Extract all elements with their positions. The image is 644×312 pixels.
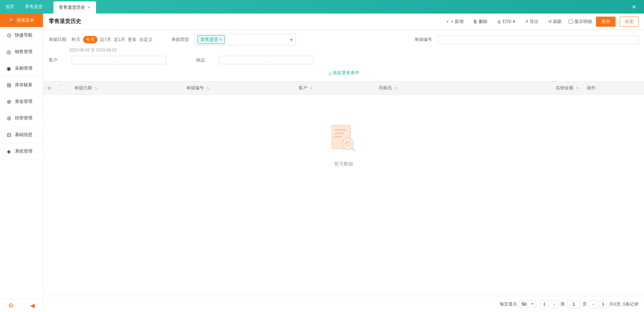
th-guide[interactable]: 导购员 ⇅ <box>375 82 471 95</box>
sidebar-item-inventory-label: 库存核算 <box>15 82 32 88</box>
system-icon: ◈ <box>5 148 12 155</box>
customer-input[interactable]: ... <box>72 56 166 64</box>
delete-label: 删除 <box>479 19 487 25</box>
tab-retail-return-history-label: 零售退货历史 <box>59 4 85 10</box>
display-toggle-checkbox[interactable] <box>569 19 573 24</box>
type-tag-close[interactable]: × <box>219 37 222 42</box>
page-size-select[interactable]: 20 50 100 <box>519 300 536 308</box>
page-title: 零售退货历史 <box>49 18 81 25</box>
tab-home[interactable]: 首页 <box>0 0 20 14</box>
print-button[interactable]: 🖨 打印 ▾ <box>494 17 518 26</box>
svg-rect-2 <box>334 133 344 134</box>
th-date-label: 单据日期 <box>74 85 92 90</box>
tab-retail-return-history[interactable]: 零售退货历史 ✕ <box>53 1 96 14</box>
sidebar-item-quick-nav[interactable]: ⊙ 快捷导航 <box>0 27 43 44</box>
refresh-icon: ↺ <box>548 19 552 24</box>
page-first-button[interactable]: ⟪ <box>540 300 548 308</box>
sidebar-search[interactable]: 🔍 搜索菜单 <box>0 14 43 27</box>
tab-retail-return-close[interactable]: ✕ <box>45 4 48 9</box>
date-shortcut-7days[interactable]: 近7天 <box>100 37 111 43</box>
date-shortcut-more[interactable]: 更多 <box>128 37 137 43</box>
th-settings[interactable]: ⚙ <box>43 82 57 95</box>
delete-button[interactable]: 🗑 删除 <box>470 17 490 26</box>
sidebar-item-sales[interactable]: ◎ 销售管理 <box>0 44 43 60</box>
tab-retail-return[interactable]: 零售退货 ✕ <box>20 0 53 14</box>
filter-row-1: 单据日期 昨天 今天 近7天 近1月 更多 自定义 单据类型 <box>49 34 639 45</box>
refresh-button[interactable]: ↺ 刷新 <box>545 17 565 26</box>
export-button[interactable]: ↗ 导出 <box>522 17 541 26</box>
quick-nav-icon: ⊙ <box>5 32 12 39</box>
th-number[interactable]: 单据编号 ⇅ <box>182 82 294 95</box>
sidebar-item-operations[interactable]: ⊜ 经营管理 <box>0 110 43 127</box>
query-button[interactable]: 查询 <box>596 17 616 27</box>
date-range-display: 2023-06-02 至 2023-06-02 <box>69 48 117 52</box>
goods-input[interactable]: ... <box>219 56 314 64</box>
empty-state: 暂无数据 <box>43 95 644 194</box>
sidebar-item-sales-label: 销售管理 <box>15 49 32 55</box>
sidebar-search-label: 搜索菜单 <box>17 17 34 23</box>
sidebar-collapse-button[interactable]: ◀ <box>30 302 35 309</box>
settings-button[interactable]: 设置 <box>620 17 639 27</box>
date-shortcut-today[interactable]: 今天 <box>83 36 97 43</box>
page-header: 零售退货历史 ＋ + 新增 🗑 删除 🖨 打印 ▾ <box>43 14 644 30</box>
th-amount-label: 实销金额 <box>556 85 573 90</box>
sidebar-item-operations-label: 经营管理 <box>15 115 32 121</box>
th-action: 操作 <box>583 82 644 95</box>
page-next-button[interactable]: › <box>589 300 597 308</box>
th-action-label: 操作 <box>587 85 596 90</box>
page-number-input[interactable] <box>567 300 580 308</box>
type-dropdown-icon[interactable]: ▾ <box>290 37 293 43</box>
svg-point-5 <box>344 140 351 147</box>
page-suffix: 页 <box>582 301 587 307</box>
sidebar-item-inventory[interactable]: ⊞ 库存核算 <box>0 77 43 93</box>
th-number-label: 单据编号 <box>186 85 204 90</box>
sidebar-item-finance[interactable]: ⊛ 资金管理 <box>0 93 43 110</box>
table-header-row: ⚙ 单据日期 ⇅ 单据编号 ⇅ <box>43 82 644 95</box>
add-button[interactable]: ＋ + 新增 <box>443 17 466 26</box>
tab-retail-return-history-close[interactable]: ✕ <box>87 5 91 10</box>
th-customer-label: 客户 <box>299 85 307 90</box>
type-tag-label: 零售退货 <box>200 37 218 43</box>
svg-rect-1 <box>334 129 346 131</box>
sidebar-item-basic-info[interactable]: ⊟ 基础信息 <box>0 127 43 143</box>
tab-list: 首页 零售退货 ✕ 零售退货历史 ✕ <box>0 0 629 14</box>
sort-amount-icon: ⇅ <box>576 86 579 90</box>
date-shortcut-yesterday[interactable]: 昨天 <box>72 37 80 43</box>
filter-row-2: 客户 ... 商品 ... <box>49 56 639 64</box>
top-bar: 首页 零售退货 ✕ 零售退货历史 ✕ ✕ <box>0 0 644 14</box>
th-amount[interactable]: 实销金额 ⇅ <box>471 82 583 95</box>
customer-filter-label: 客户 <box>49 57 69 63</box>
delete-icon: 🗑 <box>473 19 477 24</box>
pagination-nav: ⟪ ‹ 第 页 › ⟫ 共0页, 0条记录 <box>540 300 639 308</box>
th-date[interactable]: 单据日期 ⇅ <box>70 82 182 95</box>
empty-icon <box>327 122 361 156</box>
search-icon: 🔍 <box>9 18 15 23</box>
display-toggle[interactable]: 显示明细 <box>569 19 592 25</box>
sidebar-item-purchase[interactable]: ◉ 采购管理 <box>0 60 43 77</box>
page-last-button[interactable]: ⟫ <box>599 300 607 308</box>
sidebar-item-purchase-label: 采购管理 <box>15 65 32 71</box>
date-shortcut-custom[interactable]: 自定义 <box>139 37 152 43</box>
th-customer[interactable]: 客户 ⇅ <box>294 82 375 95</box>
sidebar-settings-button[interactable]: ⚙ <box>8 302 14 309</box>
select-all-checkbox[interactable] <box>61 85 66 90</box>
page-label: 第 <box>560 301 565 307</box>
print-dropdown-icon: ▾ <box>513 19 515 24</box>
collapse-button[interactable]: △ 收起更多条件 <box>328 68 359 77</box>
type-tag: 零售退货 × <box>197 35 225 44</box>
date-shortcuts: 昨天 今天 近7天 近1月 更多 自定义 <box>72 36 152 43</box>
window-close-button[interactable]: ✕ <box>629 2 639 12</box>
add-label: + 新增 <box>451 19 463 25</box>
date-shortcut-1month[interactable]: 近1月 <box>114 37 125 43</box>
export-icon: ↗ <box>525 19 528 24</box>
voucher-input[interactable] <box>437 36 639 44</box>
th-checkbox[interactable] <box>57 82 70 95</box>
sort-guide-icon: ⇅ <box>395 86 397 90</box>
sort-customer-icon: ⇅ <box>310 86 313 90</box>
collapse-icon: △ <box>328 70 332 75</box>
page-prev-button[interactable]: ‹ <box>550 300 558 308</box>
empty-text: 暂无数据 <box>334 161 353 167</box>
sidebar-item-finance-label: 资金管理 <box>15 98 32 105</box>
sort-date-icon: ⇅ <box>95 86 97 90</box>
sidebar-item-system[interactable]: ◈ 系统管理 <box>0 143 43 160</box>
